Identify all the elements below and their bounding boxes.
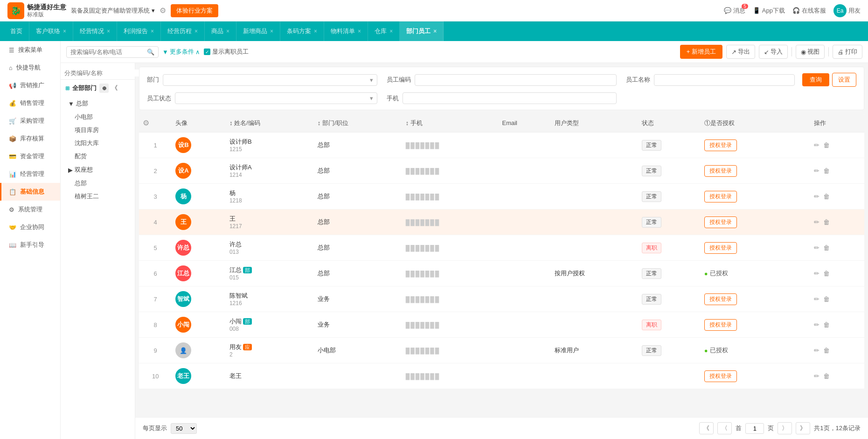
close-icon[interactable]: × xyxy=(226,28,229,35)
import-button[interactable]: ↙ 导入 xyxy=(759,45,788,59)
dept-node-double[interactable]: ▶ 双座想 xyxy=(61,163,135,177)
close-icon[interactable]: × xyxy=(389,28,393,35)
sidebar-item-purchase[interactable]: 🛒 采购管理 xyxy=(0,112,60,130)
add-employee-button[interactable]: + 新增员工 xyxy=(680,45,722,59)
close-icon[interactable]: × xyxy=(194,28,198,35)
delete-icon[interactable]: 🗑 xyxy=(823,193,830,200)
close-icon[interactable]: × xyxy=(358,28,361,35)
last-page-btn[interactable]: 》 xyxy=(796,422,810,434)
sidebar-item-nav[interactable]: ⌂ 快捷导航 xyxy=(0,59,60,77)
edit-icon[interactable]: ✏ xyxy=(814,218,819,226)
dept-settings-icon[interactable]: ⊕ xyxy=(99,84,109,93)
nav-tab-barcode[interactable]: 条码方案 × xyxy=(280,21,324,41)
sidebar-item-search[interactable]: ☰ 搜索菜单 xyxy=(0,41,60,59)
close-icon[interactable]: × xyxy=(107,28,110,35)
col-settings[interactable]: ⚙ xyxy=(139,114,172,132)
view-button[interactable]: ◉ 视图 xyxy=(796,45,825,59)
sidebar-item-operations[interactable]: 📊 经营管理 xyxy=(0,165,60,183)
phone-input[interactable] xyxy=(403,92,617,104)
dept-child-plant[interactable]: 植树王二 xyxy=(61,190,135,203)
search-box[interactable]: 🔍 xyxy=(66,46,159,58)
delete-icon[interactable]: 🗑 xyxy=(823,167,830,174)
edit-icon[interactable]: ✏ xyxy=(814,270,819,277)
delete-icon[interactable]: 🗑 xyxy=(823,270,830,277)
trial-button[interactable]: 体验行业方案 xyxy=(171,4,218,17)
print-button[interactable]: 🖨 打印 xyxy=(833,45,862,59)
sidebar-item-basic[interactable]: 📋 基础信息 xyxy=(0,183,60,201)
delete-icon[interactable]: 🗑 xyxy=(823,321,830,328)
auth-login-button[interactable]: 授权登录 xyxy=(704,165,737,177)
nav-tab-journey[interactable]: 经营历程 × xyxy=(161,21,205,41)
auth-login-button[interactable]: 授权登录 xyxy=(704,293,737,305)
query-button[interactable]: 查询 xyxy=(802,73,829,86)
nav-tab-profit[interactable]: 利润报告 × xyxy=(117,21,161,41)
export-button[interactable]: ↗ 导出 xyxy=(726,45,755,59)
sidebar-item-marketing[interactable]: 📢 营销推广 xyxy=(0,77,60,94)
dept-node-headquarters[interactable]: ▼ 总部 xyxy=(61,97,135,111)
edit-icon[interactable]: ✏ xyxy=(814,167,819,174)
show-resigned-toggle[interactable]: ✓ 显示离职员工 xyxy=(204,48,249,56)
close-icon[interactable]: × xyxy=(433,28,437,35)
filter-settings-button[interactable]: 设置 xyxy=(832,73,856,87)
settings-icon[interactable]: ⚙ xyxy=(160,6,166,15)
nav-tab-employee[interactable]: 部门员工 × xyxy=(400,21,444,41)
delete-icon[interactable]: 🗑 xyxy=(823,372,830,380)
nav-tab-operation[interactable]: 经营情况 × xyxy=(73,21,117,41)
page-size-select[interactable]: 50 100 200 xyxy=(171,423,197,434)
auth-login-button[interactable]: 授权登录 xyxy=(704,191,737,202)
nav-tab-home[interactable]: 首页 xyxy=(4,21,29,41)
message-item[interactable]: 💬 消息 5 xyxy=(724,7,745,15)
auth-login-button[interactable]: 授权登录 xyxy=(704,319,737,331)
edit-icon[interactable]: ✏ xyxy=(814,295,819,303)
col-phone[interactable]: ↕ 手机 xyxy=(402,114,499,132)
col-dept[interactable]: ↕ 部门/职位 xyxy=(314,114,402,132)
nav-tab-new-goods[interactable]: 新增商品 × xyxy=(236,21,280,41)
delete-icon[interactable]: 🗑 xyxy=(823,347,830,354)
sidebar-item-inventory[interactable]: 📦 库存核算 xyxy=(0,130,60,147)
emp-name-input[interactable] xyxy=(654,74,795,86)
system-selector[interactable]: 装备及固定资产辅助管理系统 ▾ xyxy=(71,7,155,15)
dept-filter-select[interactable]: ▾ xyxy=(163,74,377,86)
edit-icon[interactable]: ✏ xyxy=(814,321,819,328)
sidebar-item-sales[interactable]: 💰 销售管理 xyxy=(0,94,60,112)
dept-child-delivery[interactable]: 配货 xyxy=(61,150,135,163)
close-icon[interactable]: × xyxy=(151,28,154,35)
gear-icon[interactable]: ⚙ xyxy=(143,119,149,127)
col-name[interactable]: ↕ 姓名/编码 xyxy=(226,114,314,132)
close-icon[interactable]: × xyxy=(270,28,273,35)
nav-tab-goods[interactable]: 商品 × xyxy=(205,21,236,41)
delete-icon[interactable]: 🗑 xyxy=(823,244,830,251)
dept-child-project[interactable]: 项目库房 xyxy=(61,124,135,137)
nav-tab-bom[interactable]: 物料清单 × xyxy=(324,21,368,41)
delete-icon[interactable]: 🗑 xyxy=(823,295,830,303)
auth-login-button[interactable]: 授权登录 xyxy=(704,216,737,228)
user-item[interactable]: Ea 用友 xyxy=(833,4,861,17)
edit-icon[interactable]: ✏ xyxy=(814,244,819,251)
search-input[interactable] xyxy=(70,49,145,56)
dept-search-input[interactable] xyxy=(64,70,143,77)
dept-child-electronics[interactable]: 小电部 xyxy=(61,111,135,124)
edit-icon[interactable]: ✏ xyxy=(814,347,819,354)
auth-login-button[interactable]: 授权登录 xyxy=(704,139,737,151)
prev-page-btn[interactable]: 〈 xyxy=(717,422,732,434)
emp-code-input[interactable] xyxy=(415,74,617,86)
close-icon[interactable]: × xyxy=(63,28,66,35)
edit-icon[interactable]: ✏ xyxy=(814,141,819,149)
status-filter-select[interactable]: ▾ xyxy=(175,92,377,104)
nav-tab-warehouse[interactable]: 仓库 × xyxy=(368,21,400,41)
dept-child-hq[interactable]: 总部 xyxy=(61,177,135,190)
close-icon[interactable]: × xyxy=(314,28,317,35)
edit-icon[interactable]: ✏ xyxy=(814,193,819,200)
sidebar-item-guide[interactable]: 📖 新手引导 xyxy=(0,236,60,254)
sidebar-item-collab[interactable]: 🤝 企业协同 xyxy=(0,218,60,236)
delete-icon[interactable]: 🗑 xyxy=(823,141,830,149)
sidebar-item-finance[interactable]: 💳 资金管理 xyxy=(0,147,60,165)
collapse-icon[interactable]: 《 xyxy=(111,84,118,92)
online-service-item[interactable]: 🎧 在线客服 xyxy=(792,7,826,15)
auth-login-button[interactable]: 授权登录 xyxy=(704,370,737,382)
first-page-btn[interactable]: 《 xyxy=(699,422,714,434)
sidebar-item-system[interactable]: ⚙ 系统管理 xyxy=(0,201,60,218)
dept-child-shenyang[interactable]: 沈阳大库 xyxy=(61,137,135,150)
delete-icon[interactable]: 🗑 xyxy=(823,218,830,226)
auth-login-button[interactable]: 授权登录 xyxy=(704,242,737,254)
